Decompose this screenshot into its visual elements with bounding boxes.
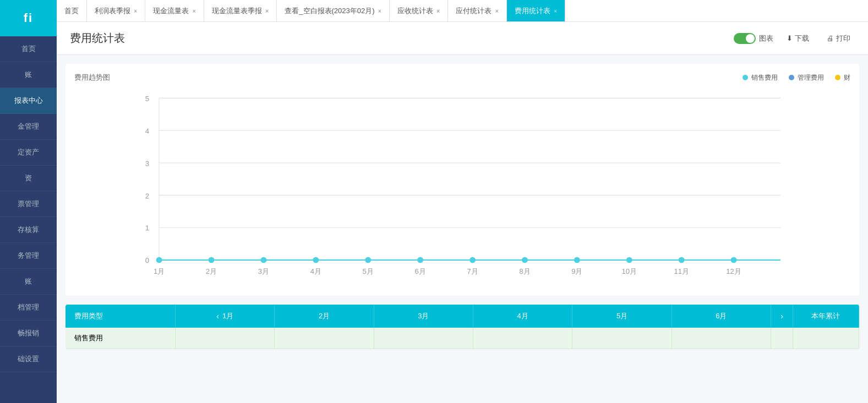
close-tab-expense-stats[interactable]: ×: [554, 0, 557, 22]
sidebar-item-invoice[interactable]: 票管理: [0, 191, 57, 217]
sidebar-item-settings[interactable]: 础设置: [0, 346, 57, 372]
page-content: 费用统计表 图表 ⬇ 下载 🖨 打印 费用趋势图: [57, 22, 868, 403]
tab-home[interactable]: 首页: [57, 0, 87, 22]
next-arrow-icon[interactable]: ›: [780, 312, 783, 321]
td-val-5: [572, 328, 672, 349]
svg-point-21: [574, 257, 580, 263]
tab-bar: 首页 利润表季报 × 现金流量表 × 现金流量表季报 × 查看_空白报表(202…: [57, 0, 868, 22]
close-tab-cashflow-quarterly[interactable]: ×: [265, 0, 269, 22]
sidebar-item-ledger[interactable]: 账: [0, 269, 57, 295]
tab-cashflow-quarterly[interactable]: 现金流量表季报 ×: [204, 0, 277, 22]
sidebar-item-reports[interactable]: 报表中心: [0, 88, 57, 114]
svg-text:5: 5: [145, 95, 149, 103]
page-header: 费用统计表 图表 ⬇ 下载 🖨 打印: [57, 22, 868, 55]
td-val-6: [672, 328, 771, 349]
print-button[interactable]: 🖨 打印: [822, 31, 855, 46]
table-row: 销售费用: [65, 328, 859, 349]
th-month-3: 3月: [374, 305, 473, 328]
th-month-5: 5月: [572, 305, 672, 328]
th-year-total: 本年累计: [793, 305, 859, 328]
prev-arrow-icon[interactable]: ‹: [216, 312, 219, 321]
tab-payable[interactable]: 应付统计表 ×: [448, 0, 506, 22]
td-val-4: [473, 328, 572, 349]
chart-toggle-label: 图表: [734, 33, 773, 44]
svg-text:2月: 2月: [206, 267, 217, 275]
svg-point-22: [626, 257, 632, 263]
svg-text:2: 2: [145, 192, 149, 200]
sidebar-item-inventory[interactable]: 存核算: [0, 217, 57, 243]
svg-text:1: 1: [145, 224, 149, 232]
close-tab-profit-quarterly[interactable]: ×: [134, 0, 137, 22]
sidebar-item-account[interactable]: 账: [0, 62, 57, 88]
svg-text:5月: 5月: [363, 267, 374, 275]
sidebar-item-home[interactable]: 首页: [0, 36, 57, 62]
chart-title: 费用趋势图: [74, 73, 110, 82]
th-month-6: 6月: [672, 305, 771, 328]
th-prev-arrow[interactable]: ‹ 1月: [176, 305, 275, 328]
svg-text:10月: 10月: [621, 267, 637, 275]
chart-container: 5 4 3 2 1 0: [74, 89, 850, 287]
svg-text:11月: 11月: [674, 267, 689, 275]
tab-cashflow[interactable]: 现金流量表 ×: [145, 0, 204, 22]
svg-text:3: 3: [145, 159, 149, 168]
header-actions: 图表 ⬇ 下载 🖨 打印: [734, 31, 855, 46]
svg-text:3月: 3月: [258, 267, 269, 275]
svg-point-24: [731, 257, 737, 263]
sidebar-item-capital[interactable]: 资: [0, 165, 57, 191]
sidebar-item-archive[interactable]: 档管理: [0, 295, 57, 321]
th-month-4: 4月: [473, 305, 572, 328]
legend-management: 管理费用: [789, 73, 824, 82]
svg-text:4: 4: [145, 127, 149, 135]
table-section: 费用类型 ‹ 1月 2月 3月 4月 5月: [65, 305, 859, 349]
th-month-2: 2月: [275, 305, 374, 328]
svg-text:7月: 7月: [467, 267, 478, 275]
print-icon: 🖨: [827, 34, 834, 42]
legend-sales: 销售费用: [743, 73, 778, 82]
tab-profit-quarterly[interactable]: 利润表季报 ×: [87, 0, 145, 22]
sidebar-item-expense[interactable]: 畅报销: [0, 321, 57, 346]
tab-receivable[interactable]: 应收统计表 ×: [390, 0, 448, 22]
main-area: 首页 利润表季报 × 现金流量表 × 现金流量表季报 × 查看_空白报表(202…: [57, 0, 868, 403]
sidebar: fi 首页 账 报表中心 金管理 定资产 资 票管理 存核算 务管理 账 档管理…: [0, 0, 57, 403]
download-icon: ⬇: [787, 34, 793, 42]
td-val-1: [176, 328, 275, 349]
sidebar-item-finance[interactable]: 金管理: [0, 114, 57, 140]
svg-point-13: [156, 257, 162, 263]
legend-dot-management: [789, 75, 794, 80]
td-year-total: [793, 328, 859, 349]
legend-dot-finance: [835, 75, 840, 80]
logo: fi: [0, 0, 57, 36]
tab-blank-report[interactable]: 查看_空白报表(2023年02月) ×: [277, 0, 390, 22]
legend-dot-sales: [743, 75, 748, 80]
svg-point-16: [313, 257, 319, 263]
svg-point-19: [470, 257, 476, 263]
svg-point-18: [417, 257, 423, 263]
legend-finance: 财: [835, 73, 850, 82]
close-tab-receivable[interactable]: ×: [436, 0, 440, 22]
chart-svg: 5 4 3 2 1 0: [74, 89, 850, 287]
tab-expense-stats[interactable]: 费用统计表 ×: [507, 0, 565, 22]
td-val-arrow: [771, 328, 793, 349]
sidebar-item-assets[interactable]: 定资产: [0, 140, 57, 165]
svg-point-14: [209, 257, 215, 263]
td-type: 销售费用: [65, 328, 176, 349]
sidebar-item-service[interactable]: 务管理: [0, 243, 57, 269]
svg-text:8月: 8月: [519, 267, 530, 275]
page-title: 费用统计表: [70, 31, 125, 46]
close-tab-cashflow[interactable]: ×: [192, 0, 195, 22]
svg-text:0: 0: [145, 256, 149, 264]
chart-header: 费用趋势图 销售费用 管理费用 财: [74, 73, 850, 82]
svg-text:12月: 12月: [726, 267, 741, 275]
td-val-3: [374, 328, 473, 349]
svg-text:9月: 9月: [571, 267, 582, 275]
th-next-arrow[interactable]: ›: [771, 305, 793, 328]
close-tab-payable[interactable]: ×: [495, 0, 498, 22]
svg-text:6月: 6月: [414, 267, 425, 275]
svg-point-17: [365, 257, 371, 263]
chart-toggle[interactable]: [734, 33, 756, 44]
svg-point-20: [522, 257, 528, 263]
table-header: 费用类型 ‹ 1月 2月 3月 4月 5月: [65, 305, 859, 328]
download-button[interactable]: ⬇ 下载: [782, 31, 814, 46]
close-tab-blank-report[interactable]: ×: [378, 0, 381, 22]
svg-text:1月: 1月: [154, 267, 165, 275]
